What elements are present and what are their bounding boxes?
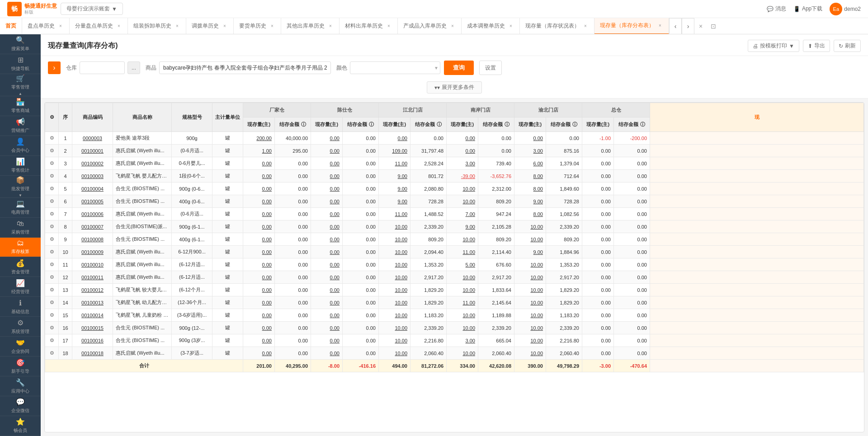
mall-icon: 🏪 — [16, 98, 25, 106]
filter-expand-btn[interactable]: › — [48, 61, 61, 74]
tab-cost-adjust[interactable]: 成本调整单历史 × — [462, 18, 520, 34]
retail-stats-icon: 📊 — [16, 157, 25, 166]
row-unit: 罐 — [212, 271, 243, 284]
tab-assembly[interactable]: 组装拆卸单历史 × — [128, 18, 186, 34]
row-name: 合生元 (BIOSTIME) ... — [113, 322, 172, 334]
top-bar-right: 💬 消息 📱 App下载 Ea demo2 — [767, 3, 861, 15]
sidebar-item-inventory[interactable]: 🗂 库存核算 — [0, 238, 41, 258]
sidebar-item-wechat[interactable]: 💬 企业微信 — [0, 396, 41, 416]
print-btn[interactable]: 🖨 按模板打印 ▼ — [748, 40, 799, 52]
warehouse-input[interactable] — [80, 61, 125, 74]
th-jiangbei-qty: 现存量(主) — [379, 117, 410, 132]
app-download-btn[interactable]: 📱 App下载 — [793, 5, 822, 13]
sidebar-marketing-label: 营销推广 — [11, 127, 29, 134]
sidebar-item-finance[interactable]: 💰 资金管理 — [0, 257, 41, 277]
row-gear: ⚙ — [45, 132, 59, 145]
tab-stock-status[interactable]: 现存量（库存状况表） × — [520, 18, 594, 34]
tab-other-outbound[interactable]: 其他出库单历史 × — [281, 18, 340, 34]
row-chenshi-qty: 0.00 — [311, 309, 343, 322]
sidebar-item-wholesale[interactable]: 📦 批发管理 ▼ — [0, 176, 41, 198]
sidebar-item-operations[interactable]: 📈 经营管理 — [0, 277, 41, 297]
filter-more-btn[interactable]: ▾▾ 展开更多条件 — [427, 81, 482, 94]
sidebar-item-ecommerce[interactable]: 💻 电商管理 — [0, 198, 41, 218]
row-nanan-qty: -39.00 — [447, 170, 478, 183]
tab-portion-check[interactable]: 分量盘点单历史 × — [70, 18, 128, 34]
row-gear: ⚙ — [45, 347, 59, 360]
row-nanan-amt: 809.20 — [478, 233, 514, 246]
tab-expand[interactable]: ⊡ — [707, 18, 720, 34]
sidebar-item-collab[interactable]: 🤝 企业协同 — [0, 337, 41, 356]
row-chenshi-qty: 0.00 — [311, 195, 343, 208]
row-current — [650, 233, 864, 246]
workspace-selector[interactable]: 母婴行业演示账套 ▼ — [61, 3, 123, 15]
goods-input[interactable] — [159, 61, 331, 74]
refresh-btn[interactable]: ↻ 刷新 — [834, 40, 861, 52]
row-index: 15 — [59, 309, 72, 322]
warehouse-ellipsis-btn[interactable]: ... — [127, 61, 140, 74]
row-nanan-qty: 5.00 — [447, 258, 478, 271]
tab-close-icon[interactable]: × — [327, 23, 334, 29]
sidebar-item-members[interactable]: 👤 会员中心 — [0, 136, 41, 156]
row-gear: ⚙ — [45, 322, 59, 334]
tab-close-icon[interactable]: × — [508, 23, 514, 29]
message-btn[interactable]: 💬 消息 — [767, 5, 786, 13]
sidebar-item-app-center[interactable]: 🔧 应用中心 — [0, 376, 41, 396]
row-chenshi-qty: 0.00 — [311, 258, 343, 271]
sidebar-item-mall[interactable]: 🏪 零售商城 — [0, 96, 41, 116]
tab-close-icon[interactable]: × — [269, 23, 275, 29]
row-total-amt: 0.00 — [614, 208, 650, 220]
tab-stock-distribution[interactable]: 现存量（库存分布表） × — [594, 18, 669, 34]
row-nanan-amt: 739.40 — [478, 157, 514, 170]
sidebar-item-purchase[interactable]: 🛍 采购管理 — [0, 218, 41, 238]
row-chenshi-qty: 0.00 — [311, 170, 343, 183]
purchase-icon: 🛍 — [17, 220, 24, 228]
query-btn[interactable]: 查询 — [444, 61, 474, 75]
tab-close-icon[interactable]: × — [657, 23, 663, 29]
tab-close-icon[interactable]: × — [582, 23, 589, 29]
tab-prev-arrow[interactable]: ‹ — [669, 18, 682, 34]
row-current — [650, 220, 864, 233]
tab-close-all[interactable]: × — [694, 18, 707, 34]
row-code: 00100003 — [72, 170, 113, 183]
tab-product-inbound[interactable]: 产成品入库单历史 × — [398, 18, 462, 34]
tab-close-icon[interactable]: × — [57, 23, 64, 29]
row-total-qty: 0.00 — [582, 170, 614, 183]
tab-home[interactable]: 首页 — [0, 18, 22, 34]
sidebar-item-retail-mgmt[interactable]: 🛒 零售管理 ▲ — [0, 74, 41, 96]
tab-close-icon[interactable]: × — [174, 23, 180, 29]
row-code: 00100013 — [72, 296, 113, 309]
sidebar-item-retail-stats[interactable]: 📊 零售统计 — [0, 156, 41, 176]
row-nanan-qty: 11.00 — [447, 246, 478, 258]
tab-close-icon[interactable]: × — [449, 23, 456, 29]
row-gear: ⚙ — [45, 246, 59, 258]
sidebar-item-nav[interactable]: ⊞ 快捷导航 — [0, 54, 41, 74]
sidebar-item-system[interactable]: ⚙ 系统管理 — [0, 317, 41, 337]
sidebar-item-guide[interactable]: 🎯 新手引导 — [0, 356, 41, 376]
row-chenshi-amt: 0.00 — [343, 309, 379, 322]
row-chenshi-qty: 0.00 — [311, 322, 343, 334]
tab-next-arrow[interactable]: › — [682, 18, 694, 34]
tab-close-icon[interactable]: × — [386, 23, 392, 29]
row-jiangbei-qty: 10.00 — [379, 233, 410, 246]
sidebar-item-search[interactable]: 🔍 搜索英单 — [0, 34, 41, 54]
tab-material-outbound[interactable]: 材料出库单历史 × — [340, 18, 398, 34]
sidebar-item-basic-info[interactable]: ℹ 基础信息 — [0, 297, 41, 317]
sidebar-item-vip[interactable]: ⭐ 畅会员 — [0, 416, 41, 436]
row-total-qty: 0.00 — [582, 246, 614, 258]
row-factory-amt: 0.00 — [275, 309, 311, 322]
row-jiangbei-qty: 10.00 — [379, 284, 410, 296]
color-input[interactable] — [350, 61, 440, 74]
tab-inventory-check[interactable]: 盘点单历史 × — [22, 18, 70, 34]
sidebar-item-marketing[interactable]: 📢 营销推广 — [0, 116, 41, 136]
tab-transfer[interactable]: 调拨单历史 × — [186, 18, 234, 34]
tab-close-icon[interactable]: × — [116, 23, 122, 29]
row-factory-qty: 0.00 — [243, 309, 275, 322]
row-unit: 罐 — [212, 157, 243, 170]
tab-close-icon[interactable]: × — [222, 23, 228, 29]
row-chenshi-qty: 0.00 — [311, 145, 343, 157]
export-btn[interactable]: ⬆ 导出 — [803, 40, 830, 52]
setting-btn[interactable]: 设置 — [479, 61, 502, 75]
tab-order[interactable]: 要货单历史 × — [234, 18, 281, 34]
th-chenshi-qty: 现存量(主) — [311, 117, 343, 132]
user-menu[interactable]: Ea demo2 — [830, 3, 861, 15]
